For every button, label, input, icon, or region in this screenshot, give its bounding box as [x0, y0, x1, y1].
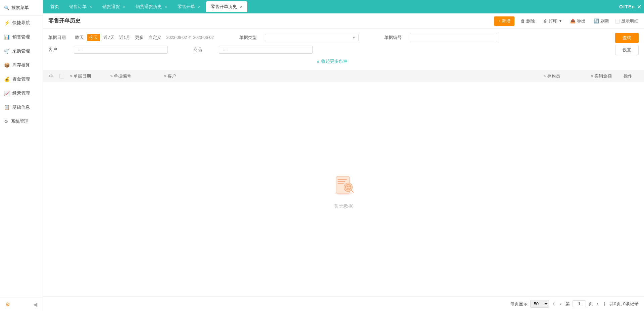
date-filter-label: 单据日期	[48, 35, 68, 41]
tab-sales-return-close[interactable]: ✕	[122, 5, 126, 9]
operations-icon: 📈	[4, 91, 10, 96]
date-btn-today[interactable]: 今天	[87, 34, 100, 41]
tab-sales-order[interactable]: 销售订单 ✕	[64, 1, 97, 12]
customer-input[interactable]: ...	[74, 46, 168, 54]
window-close-icon[interactable]: ✕	[637, 4, 641, 10]
sidebar-item-inventory[interactable]: 📦库存核算	[0, 58, 43, 72]
select-all-checkbox[interactable]	[59, 74, 64, 79]
last-page-button[interactable]: ⟩	[602, 301, 607, 307]
bill-no-input[interactable]	[410, 33, 497, 42]
filter-settings-button[interactable]: 设置	[615, 45, 639, 55]
settings-footer-icon[interactable]: ⚙	[5, 301, 10, 308]
sidebar-item-quick-nav[interactable]: ⚡快捷导航	[0, 16, 43, 30]
th-customer[interactable]: ⇅ 客户	[161, 73, 541, 79]
th-amount[interactable]: ⇅ 实销金额	[574, 73, 614, 79]
collapse-filter-label: 收起更多条件	[321, 58, 347, 64]
tab-sales-return-history[interactable]: 销货退货历史 ✕	[131, 1, 172, 12]
refresh-icon: 🔄	[594, 18, 599, 23]
empty-text: 暂无数据	[334, 203, 353, 209]
bill-type-dropdown-icon: ▼	[352, 36, 356, 40]
export-button[interactable]: 📤 导出	[568, 17, 588, 25]
empty-illustration	[329, 169, 359, 199]
delete-label: 删除	[526, 18, 535, 24]
date-btn-last1month[interactable]: 近1月	[118, 34, 132, 41]
sort-amount-icon: ⇅	[591, 74, 593, 78]
date-btn-last7[interactable]: 近7天	[102, 34, 116, 41]
customer-filter-label: 客户	[48, 47, 68, 53]
th-settings[interactable]: ⚙	[46, 73, 56, 79]
th-bill-no[interactable]: ⇅ 单据编号	[107, 73, 161, 79]
th-guide[interactable]: ⇅ 导购员	[541, 73, 574, 79]
product-input[interactable]: ...	[219, 46, 313, 54]
refresh-button[interactable]: 🔄 刷新	[592, 17, 611, 25]
filter-rows-left: 单据日期 昨天 今天 近7天 近1月 更多 自定义 2023-06-02 至 2…	[48, 33, 615, 66]
sidebar-item-system[interactable]: ⚙系统管理	[0, 114, 43, 128]
date-btn-yesterday[interactable]: 昨天	[74, 34, 85, 41]
tab-sales-return-history-label: 销货退货历史	[136, 4, 162, 10]
page-number-input[interactable]	[573, 300, 586, 307]
sidebar-item-sales[interactable]: 📊销售管理	[0, 30, 43, 44]
sidebar-item-purchase[interactable]: 🛒采购管理	[0, 44, 43, 58]
filter-row-2: 客户 ... 商品 ...	[48, 46, 615, 54]
bill-no-label: 单据编号	[384, 35, 404, 41]
new-button[interactable]: + 新增	[494, 16, 514, 26]
tab-sales-return-history-close[interactable]: ✕	[164, 5, 167, 9]
th-date[interactable]: ⇅ 单据日期	[67, 73, 107, 79]
th-amount-label: 实销金额	[594, 73, 612, 79]
display-detail-checkbox[interactable]: 显示明细	[615, 18, 639, 24]
prev-page-button[interactable]: ‹	[559, 301, 563, 307]
filter-action-buttons: 查询 设置	[615, 33, 639, 55]
tab-home[interactable]: 首页	[46, 1, 64, 12]
display-detail-label: 显示明细	[621, 18, 639, 24]
product-filter-label: 商品	[193, 47, 213, 53]
th-date-label: 单据日期	[73, 73, 91, 79]
query-button[interactable]: 查询	[615, 33, 639, 43]
sidebar-label-system: 系统管理	[11, 118, 29, 124]
table-header: ⚙ ⇅ 单据日期 ⇅ 单据编号 ⇅ 客户 ⇅	[43, 70, 644, 82]
sidebar-label-sales: 销售管理	[12, 34, 30, 40]
tab-retail-open-label: 零售开单	[178, 4, 195, 10]
tab-retail-open-history[interactable]: 零售开单历史 ✕	[206, 1, 247, 12]
sidebar-label-basic: 基础信息	[12, 104, 30, 110]
inventory-icon: 📦	[4, 62, 10, 68]
customer-ellipsis: ...	[78, 47, 82, 52]
print-button[interactable]: 🖨 打印 ▼	[541, 17, 564, 25]
sidebar-item-finance[interactable]: 💰资金管理	[0, 72, 43, 86]
tab-retail-open-history-close[interactable]: ✕	[240, 5, 243, 9]
bill-type-select[interactable]: ▼	[265, 34, 359, 41]
tab-sales-return[interactable]: 销货退货 ✕	[98, 1, 130, 12]
sidebar-search[interactable]: 🔍 搜索菜单	[0, 0, 43, 16]
collapse-sidebar-icon[interactable]: ◀	[33, 301, 37, 308]
toolbar: 零售开单历史 + 新增 🗑 删除 🖨 打印 ▼ 📤 导出 🔄	[43, 13, 644, 29]
toolbar-actions: + 新增 🗑 删除 🖨 打印 ▼ 📤 导出 🔄 刷新	[494, 16, 639, 26]
next-page-button[interactable]: ›	[596, 301, 600, 307]
svg-point-8	[347, 186, 348, 187]
tab-sales-order-close[interactable]: ✕	[89, 5, 92, 9]
first-page-button[interactable]: ⟨	[552, 301, 556, 307]
th-checkbox[interactable]	[56, 74, 67, 79]
sidebar-item-operations[interactable]: 📈经营管理	[0, 86, 43, 100]
sort-date-icon: ⇅	[70, 74, 72, 78]
page-size-select[interactable]: 50 10 20 100	[530, 300, 549, 308]
delete-button[interactable]: 🗑 删除	[518, 17, 537, 25]
sort-customer-icon: ⇅	[164, 74, 166, 78]
sidebar: 🔍 搜索菜单 ⚡快捷导航📊销售管理🛒采购管理📦库存核算💰资金管理📈经营管理📋基础…	[0, 0, 43, 311]
pagination: 每页显示 50 10 20 100 ⟨ ‹ 第 页 › ⟩ 共0页, 0条记录	[43, 296, 644, 311]
tab-retail-open-close[interactable]: ✕	[198, 5, 201, 9]
tab-bar-right: OfTEn ✕	[619, 4, 641, 10]
date-btn-more[interactable]: 更多	[134, 34, 145, 41]
display-detail-check	[615, 19, 620, 23]
tab-home-label: 首页	[50, 4, 59, 10]
collapse-filter-button[interactable]: ∧ 收起更多条件	[48, 57, 615, 66]
sidebar-item-basic[interactable]: 📋基础信息	[0, 100, 43, 114]
date-btn-custom[interactable]: 自定义	[147, 34, 163, 41]
sidebar-footer: ⚙ ◀	[0, 298, 43, 311]
tab-bar: 首页 销售订单 ✕ 销货退货 ✕ 销货退货历史 ✕ 零售开单 ✕ 零售开单历史 …	[43, 0, 644, 13]
sidebar-nav: ⚡快捷导航📊销售管理🛒采购管理📦库存核算💰资金管理📈经营管理📋基础信息⚙系统管理	[0, 16, 43, 298]
table-area: ⚙ ⇅ 单据日期 ⇅ 单据编号 ⇅ 客户 ⇅	[43, 70, 644, 311]
page-content: 零售开单历史 + 新增 🗑 删除 🖨 打印 ▼ 📤 导出 🔄	[43, 13, 644, 311]
tab-retail-open[interactable]: 零售开单 ✕	[173, 1, 205, 12]
filter-area: 单据日期 昨天 今天 近7天 近1月 更多 自定义 2023-06-02 至 2…	[43, 29, 644, 70]
th-customer-label: 客户	[167, 73, 176, 79]
tab-retail-open-history-label: 零售开单历史	[211, 4, 237, 10]
